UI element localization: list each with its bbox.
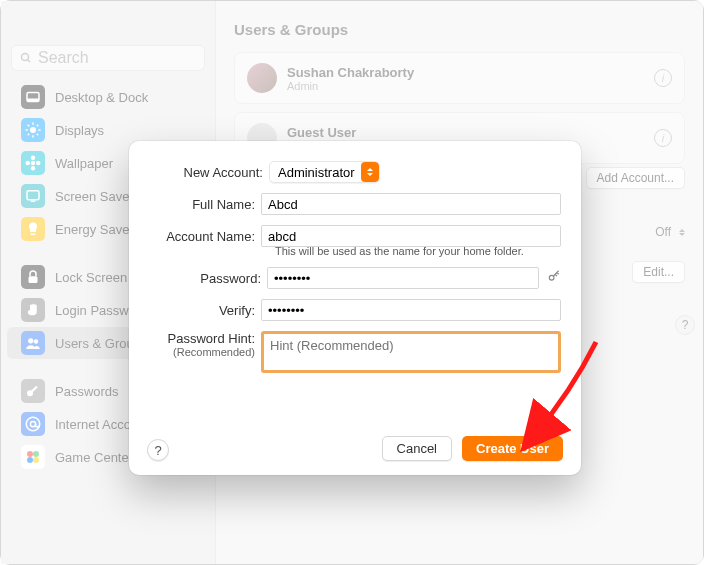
key-icon[interactable] xyxy=(547,269,561,287)
label-new-account: New Account: xyxy=(149,165,269,180)
verify-password-input[interactable] xyxy=(261,299,561,321)
label-hint: Password Hint: (Recommended) xyxy=(149,331,261,358)
password-hint-input[interactable] xyxy=(261,331,561,373)
label-account-name: Account Name: xyxy=(149,229,261,244)
account-name-note: This will be used as the name for your h… xyxy=(275,245,561,257)
new-user-sheet: New Account: Administrator Full Name: Ac… xyxy=(129,141,581,475)
label-full-name: Full Name: xyxy=(149,197,261,212)
sheet-help-button[interactable]: ? xyxy=(147,439,169,461)
account-type-select[interactable]: Administrator xyxy=(269,161,380,183)
settings-window: Search Desktop & DockDisplaysWallpaperSc… xyxy=(0,0,704,565)
full-name-input[interactable] xyxy=(261,193,561,215)
stepper-icon xyxy=(361,162,379,182)
label-password: Password: xyxy=(149,271,267,286)
account-name-input[interactable] xyxy=(261,225,561,247)
account-type-value: Administrator xyxy=(278,165,355,180)
svg-point-32 xyxy=(549,275,554,280)
cancel-button[interactable]: Cancel xyxy=(382,436,452,461)
password-input[interactable] xyxy=(267,267,539,289)
create-user-button[interactable]: Create User xyxy=(462,436,563,461)
label-verify: Verify: xyxy=(149,303,261,318)
